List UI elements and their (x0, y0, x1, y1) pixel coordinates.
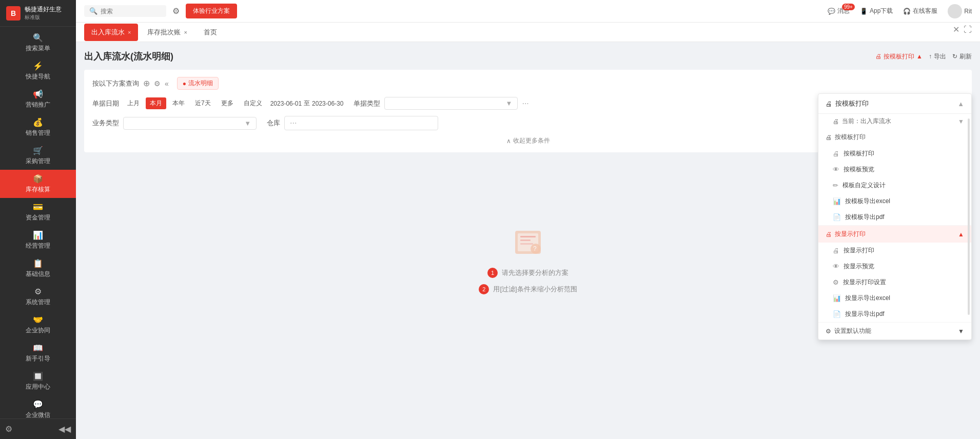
settings-icon-2: ⚙ (826, 328, 831, 335)
sidebar-item-finance[interactable]: 💳资金管理 (0, 198, 76, 226)
close-window-button[interactable]: ✕ (953, 25, 959, 34)
sidebar-label-finance: 资金管理 (26, 213, 50, 222)
template-section: 🖨按模板打印🖨按模板打印👁按模板预览✏模板自定义设计📊按模板导出excel📄按模… (818, 129, 971, 226)
filter-settings-icon[interactable]: ⚙ (154, 79, 161, 88)
tab-flow[interactable]: 出入库流水× (84, 24, 138, 41)
display-item-按显示打印[interactable]: 🖨按显示打印 (818, 243, 971, 258)
date-tabs: 上月本月本年近7天更多自定义 (123, 97, 266, 109)
sidebar-item-enterprise[interactable]: 🤝企业协同 (0, 311, 76, 339)
user-avatar-area[interactable]: Rit (948, 4, 972, 18)
dropdown-footer[interactable]: ⚙ 设置默认功能 ▼ (818, 323, 971, 340)
display-section: 🖨 按显示打印 ▲ 🖨按显示打印👁按显示预览⚙按显示打印设置📊按显示导出exce… (818, 226, 971, 323)
topbar-search-box[interactable]: 🔍 (84, 5, 166, 17)
date-tab-自定义[interactable]: 自定义 (240, 97, 266, 109)
sidebar-item-sales[interactable]: 💰销售管理 (0, 113, 76, 142)
date-to[interactable]: 2023-06-30 (312, 100, 343, 107)
date-tab-近7天[interactable]: 近7天 (191, 97, 215, 109)
template-section-header[interactable]: 🖨按模板打印 (818, 129, 971, 146)
sidebar-label-apps: 应用中心 (26, 383, 50, 391)
sidebar-label-search: 搜索菜单 (26, 44, 50, 53)
date-from[interactable]: 2023-06-01 (270, 100, 302, 107)
dropdown-item-按模板打印[interactable]: 🖨按模板打印 (818, 146, 971, 162)
sidebar-icon-sales: 💰 (33, 117, 43, 127)
svg-text:?: ? (533, 245, 537, 252)
sidebar-icon-enterprise: 🤝 (33, 315, 43, 325)
username-label: Rit (964, 8, 972, 15)
display-item-按显示预览[interactable]: 👁按显示预览 (818, 258, 971, 274)
tab-close-flow[interactable]: × (128, 29, 131, 35)
tab-close-batch[interactable]: × (184, 29, 187, 35)
sidebar-label-marketing: 营销推广 (26, 101, 50, 109)
search-input[interactable] (101, 8, 152, 15)
sidebar-label-system: 系统管理 (26, 298, 50, 307)
template-print-button[interactable]: 🖨 按模板打印 ▲ (875, 52, 923, 61)
tab-label-batch: 库存批次账 (147, 28, 181, 37)
filter-collapse-icon[interactable]: « (165, 79, 169, 88)
sidebar-item-basic[interactable]: 📋基础信息 (0, 254, 76, 283)
sidebar-item-marketing[interactable]: 📢营销推广 (0, 85, 76, 113)
filter-label: 按以下方案查询 (92, 79, 139, 88)
display-item-icon: 👁 (833, 263, 839, 270)
gear-icon[interactable]: ⚙ (172, 6, 180, 16)
sidebar-item-shortcut[interactable]: ⚡快捷导航 (0, 57, 76, 85)
display-item-按显示导出excel[interactable]: 📊按显示导出excel (818, 290, 971, 306)
message-button[interactable]: 💬 消息 99+ (828, 7, 850, 15)
main-area: 🔍 ⚙ 体验行业方案 💬 消息 99+ 📱 App下载 🎧 在线客服 Rit (76, 0, 980, 439)
biz-select[interactable]: ▼ (123, 117, 257, 130)
sidebar-item-wechat[interactable]: 💬企业微信 (0, 395, 76, 418)
message-badge: 99+ (842, 4, 855, 10)
date-tab-上月[interactable]: 上月 (123, 97, 144, 109)
sidebar-icon-business: 📊 (33, 230, 43, 240)
maximize-window-button[interactable]: ⛶ (964, 25, 972, 34)
sidebar-item-guide[interactable]: 📖新手引导 (0, 339, 76, 367)
printer-icon-2: 🖨 (826, 100, 832, 108)
settings-icon[interactable]: ⚙ (5, 424, 12, 434)
headset-icon: 🎧 (903, 8, 911, 15)
refresh-button[interactable]: ↻ 刷新 (952, 52, 972, 61)
dropdown-scrollbar[interactable] (968, 118, 970, 315)
empty-step-1: 1 请先选择要分析的方案 (487, 268, 569, 278)
sidebar-label-sales: 销售管理 (26, 129, 50, 137)
display-item-按显示打印设置[interactable]: ⚙按显示打印设置 (818, 274, 971, 290)
dropdown-item-按模板导出excel[interactable]: 📊按模板导出excel (818, 193, 971, 209)
type-more-icon[interactable]: ··· (522, 99, 528, 108)
chevron-down-icon-2: ▼ (244, 119, 251, 127)
dropdown-item-按模板预览[interactable]: 👁按模板预览 (818, 162, 971, 177)
date-tab-本月[interactable]: 本月 (146, 97, 166, 109)
search-icon: 🔍 (89, 7, 97, 15)
biz-field-label: 业务类型 (92, 118, 119, 128)
svg-rect-2 (520, 236, 536, 237)
sidebar-item-inventory[interactable]: 📦库存核算 (0, 170, 76, 198)
date-tab-本年[interactable]: 本年 (168, 97, 189, 109)
sidebar-item-system[interactable]: ⚙系统管理 (0, 283, 76, 311)
warehouse-filter-field: 仓库 ··· (267, 116, 438, 130)
sidebar-icon-system: ⚙ (34, 287, 42, 296)
dropdown-current-item[interactable]: 🖨 当前：出入库流水 ▼ (818, 114, 971, 129)
sidebar-item-search[interactable]: 🔍搜索菜单 (0, 29, 76, 57)
filter-add-icon[interactable]: ⊕ (143, 78, 150, 88)
sidebar-icon-purchase: 🛒 (33, 146, 43, 155)
dropdown-item-按模板导出pdf[interactable]: 📄按模板导出pdf (818, 209, 971, 225)
warehouse-select[interactable]: ··· (284, 116, 438, 130)
sidebar-item-business[interactable]: 📊经营管理 (0, 226, 76, 254)
display-section-arrow-icon: ▲ (958, 231, 964, 238)
dropdown-collapse-icon[interactable]: ▲ (957, 100, 964, 108)
sidebar-item-apps[interactable]: 🔲应用中心 (0, 367, 76, 395)
export-button[interactable]: ↑ 导出 (929, 52, 946, 61)
app-download-button[interactable]: 📱 App下载 (860, 7, 893, 15)
trial-button[interactable]: 体验行业方案 (186, 4, 237, 18)
filter-tag[interactable]: ● 流水明细 (177, 77, 219, 90)
collapse-sidebar-icon[interactable]: ◀◀ (58, 424, 71, 434)
date-tab-更多[interactable]: 更多 (217, 97, 238, 109)
dropdown-item-模板自定义设计[interactable]: ✏模板自定义设计 (818, 177, 971, 193)
type-select[interactable]: ▼ (384, 97, 518, 110)
warehouse-more-icon[interactable]: ··· (290, 118, 297, 128)
chevron-up-icon-2: ∧ (506, 137, 511, 145)
tab-batch[interactable]: 库存批次账× (140, 24, 194, 41)
display-section-header[interactable]: 🖨 按显示打印 ▲ (818, 226, 971, 243)
sidebar-item-purchase[interactable]: 🛒采购管理 (0, 142, 76, 170)
online-service-button[interactable]: 🎧 在线客服 (903, 7, 937, 15)
tab-home[interactable]: 首页 (197, 24, 224, 41)
display-item-按显示导出pdf[interactable]: 📄按显示导出pdf (818, 306, 971, 322)
sidebar-icon-inventory: 📦 (33, 174, 43, 184)
